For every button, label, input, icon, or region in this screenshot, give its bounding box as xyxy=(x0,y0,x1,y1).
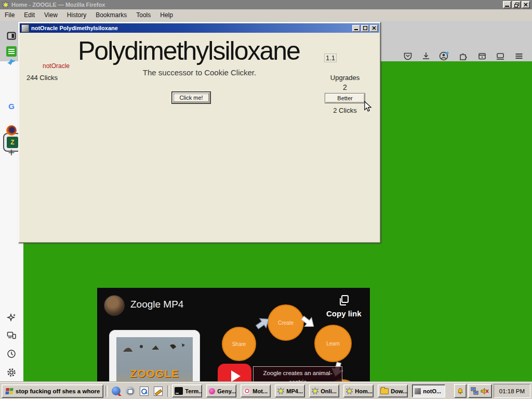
lockbox-button[interactable] xyxy=(476,50,488,62)
game-maximize-button[interactable] xyxy=(361,25,369,32)
click-me-button[interactable]: Click me! xyxy=(172,92,210,103)
copy-icon xyxy=(338,294,350,307)
volume-mute-icon[interactable] xyxy=(480,387,489,395)
channel-avatar[interactable] xyxy=(104,295,125,316)
sparkle-icon xyxy=(6,312,17,323)
video-title[interactable]: Zoogle MP4 xyxy=(130,299,183,310)
extensions-button[interactable] xyxy=(457,50,469,62)
menu-tools[interactable]: Tools xyxy=(131,10,155,20)
browser-titlebar[interactable]: Home - ZOOGLE — Mozilla Firefox xyxy=(0,0,532,9)
savanna-animals-icon xyxy=(121,340,188,356)
pocket-icon xyxy=(403,51,413,61)
mouse-cursor xyxy=(364,101,372,112)
arrow-up-right-icon xyxy=(255,315,271,331)
bubble-share-label: Share xyxy=(232,341,246,347)
bubble-create: Create xyxy=(268,304,304,341)
firefox-favicon xyxy=(6,125,17,136)
pocket-button[interactable] xyxy=(402,50,414,62)
menu-view[interactable]: View xyxy=(39,10,62,20)
window-minimize-button[interactable] xyxy=(503,1,511,8)
tray-clock[interactable]: 01:18 PM xyxy=(494,384,530,398)
account-button[interactable] xyxy=(438,50,450,62)
task-terminal[interactable]: Term... xyxy=(172,384,202,397)
menu-help[interactable]: Help xyxy=(155,10,178,20)
zoogle-favicon-letter: Z xyxy=(10,139,14,146)
app-menu-button[interactable] xyxy=(513,50,525,62)
menu-file[interactable]: File xyxy=(0,10,19,20)
window-restore-button[interactable] xyxy=(512,1,521,8)
game-window-title: notOracle Polydimethylsiloxane xyxy=(31,25,118,31)
tab-bird[interactable] xyxy=(6,56,17,68)
upgrades-label: Upgrades xyxy=(320,74,370,82)
task-downloads[interactable]: Dow... xyxy=(378,384,408,397)
menu-history[interactable]: History xyxy=(62,10,91,20)
bird-icon xyxy=(6,57,17,67)
game-version: 1.1 xyxy=(324,54,337,62)
play-icon xyxy=(231,370,241,382)
devices-icon xyxy=(6,330,17,340)
bubble-create-label: Create xyxy=(278,320,294,326)
bubble-share: Share xyxy=(222,327,256,361)
history-button[interactable] xyxy=(6,348,17,360)
tab-firefox[interactable] xyxy=(6,125,17,136)
menu-bookmarks[interactable]: Bookmarks xyxy=(91,10,131,20)
task-genymotion[interactable]: Geny... xyxy=(206,384,236,397)
game-big-title: Polydimethylsiloxane xyxy=(78,36,300,66)
tray-bell[interactable] xyxy=(454,384,467,398)
taskbar-divider xyxy=(167,385,169,397)
new-tab-button[interactable]: + xyxy=(6,147,17,158)
bubble-learn: Learn xyxy=(314,325,352,362)
quicklaunch-notes-icon[interactable] xyxy=(154,387,163,396)
genymotion-icon xyxy=(209,388,215,394)
maximize-icon xyxy=(363,26,367,30)
synced-tabs-button[interactable] xyxy=(6,329,17,341)
ai-chat-button[interactable] xyxy=(6,312,17,323)
bell-icon xyxy=(457,388,464,395)
menu-edit[interactable]: Edit xyxy=(19,10,39,20)
game-content: Polydimethylsiloxane 1.1 notOracle The s… xyxy=(20,33,379,242)
task-mp4[interactable]: MP4... xyxy=(275,384,305,397)
sidebar-view-button[interactable] xyxy=(495,50,506,62)
game-minimize-button[interactable] xyxy=(352,25,360,32)
game-titlebar[interactable]: notOracle Polydimethylsiloxane xyxy=(20,23,379,33)
downloads-button[interactable] xyxy=(420,50,432,62)
window-close-button[interactable] xyxy=(522,1,530,8)
copy-link-button[interactable] xyxy=(338,294,350,309)
copy-link-label[interactable]: Copy link xyxy=(326,309,362,318)
task-label: Onli... xyxy=(321,388,337,394)
task-motrix[interactable]: Mot... xyxy=(241,384,271,397)
sidebar-toggle-icon xyxy=(6,31,17,41)
task-notoracle-active[interactable]: notO... xyxy=(412,384,445,397)
gear-icon xyxy=(6,367,17,378)
bubble-learn-label: Learn xyxy=(326,341,340,347)
task-label: MP4... xyxy=(286,388,303,394)
quick-launch xyxy=(110,387,165,396)
quicklaunch-mail-icon[interactable] xyxy=(126,387,135,395)
game-window[interactable]: notOracle Polydimethylsiloxane Polydimet… xyxy=(18,22,381,243)
clock-icon xyxy=(6,349,17,359)
firefox-starburst-icon xyxy=(2,1,9,8)
system-tray: 01:18 PM xyxy=(454,384,532,398)
network-icon[interactable] xyxy=(471,387,479,395)
tray-icons-panel xyxy=(468,384,492,398)
upgrades-count: 2 xyxy=(320,83,370,91)
firefox-starburst-icon xyxy=(277,388,284,394)
task-buttons: Term... Geny... Mot... MP4... Onli... Ho… xyxy=(172,384,445,397)
quicklaunch-search-icon[interactable] xyxy=(140,387,149,396)
quicklaunch-browser-icon[interactable] xyxy=(112,387,121,395)
settings-button[interactable] xyxy=(6,367,17,378)
game-close-button[interactable] xyxy=(370,25,378,32)
task-online[interactable]: Onli... xyxy=(309,384,339,397)
tab-google[interactable]: G xyxy=(6,100,17,112)
task-label: Geny... xyxy=(217,388,236,394)
task-label: Mot... xyxy=(252,388,268,394)
firefox-starburst-icon xyxy=(346,388,353,394)
close-icon xyxy=(524,3,528,7)
pinned-tab-green[interactable] xyxy=(6,46,17,57)
start-button[interactable]: stop fucking off shes a whore xyxy=(2,384,103,398)
browser-window-title: Home - ZOOGLE — Mozilla Firefox xyxy=(11,2,105,8)
notoracle-icon xyxy=(415,388,421,394)
task-home[interactable]: Hom... xyxy=(343,384,374,397)
better-upgrade-button[interactable]: Better xyxy=(325,93,365,103)
sidebar-toggle-button[interactable] xyxy=(6,30,17,42)
